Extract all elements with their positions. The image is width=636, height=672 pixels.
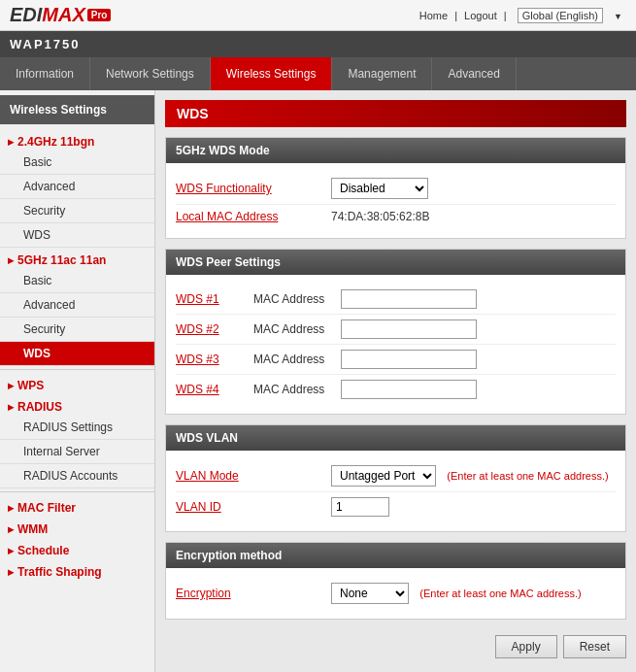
sidebar-divider-2 <box>0 491 154 492</box>
form-row-functionality: WDS Functionality Disabled WDS Only WDS … <box>176 173 616 205</box>
nav-management[interactable]: Management <box>332 57 432 90</box>
functionality-value: Disabled WDS Only WDS Hybrid AP Only <box>331 178 428 199</box>
peer-row-2: WDS #2 MAC Address <box>176 315 616 345</box>
section-wds-vlan-header: WDS VLAN <box>166 425 625 451</box>
wds2-mac-label: MAC Address <box>253 322 341 336</box>
content-area: WDS 5GHz WDS Mode WDS Functionality Disa… <box>155 90 636 672</box>
peer-row-3: WDS #3 MAC Address <box>176 345 616 375</box>
section-encryption-header: Encryption method <box>166 543 625 568</box>
mac-address-label[interactable]: Local MAC Address <box>176 210 331 223</box>
section-wds-peer: WDS Peer Settings WDS #1 MAC Address WDS… <box>165 249 626 415</box>
section-wds-vlan: WDS VLAN VLAN Mode Untagged Port Tagged … <box>165 424 626 532</box>
sidebar-item-radius-settings[interactable]: RADIUS Settings <box>0 416 154 440</box>
mac-address-value: 74:DA:38:05:62:8B <box>331 210 429 223</box>
nav-wireless-settings[interactable]: Wireless Settings <box>211 57 333 90</box>
wds3-label[interactable]: WDS #3 <box>176 353 253 366</box>
form-row-mac: Local MAC Address 74:DA:38:05:62:8B <box>176 205 616 228</box>
vlan-id-input[interactable] <box>331 497 389 517</box>
functionality-select[interactable]: Disabled WDS Only WDS Hybrid AP Only <box>331 178 428 199</box>
wds1-mac-label: MAC Address <box>253 292 341 306</box>
peer-row-1: WDS #1 MAC Address <box>176 285 616 315</box>
wds3-input[interactable] <box>341 350 477 369</box>
logo-text: EDIMAX <box>10 4 85 26</box>
sidebar-item-basic-2g[interactable]: Basic <box>0 151 154 175</box>
model-bar: WAP1750 <box>0 31 636 57</box>
page-title: WDS <box>165 100 626 127</box>
sidebar-group-wmm[interactable]: WMM <box>0 517 154 538</box>
sidebar-divider-1 <box>0 369 154 370</box>
vlan-mode-label[interactable]: VLAN Mode <box>176 469 331 483</box>
sidebar-group-5ghz[interactable]: 5GHz 11ac 11an <box>0 248 154 269</box>
sidebar-item-basic-5g[interactable]: Basic <box>0 269 154 293</box>
vlan-note: (Enter at least one MAC address.) <box>447 470 608 482</box>
sidebar-group-traffic-shaping[interactable]: Traffic Shaping <box>0 559 154 581</box>
section-wds-mode-header: 5GHz WDS Mode <box>166 138 625 163</box>
section-wds-peer-header: WDS Peer Settings <box>166 250 625 275</box>
sidebar-item-security-5g[interactable]: Security <box>0 318 154 342</box>
sidebar-item-internal-server[interactable]: Internal Server <box>0 440 154 464</box>
sidebar-group-wps[interactable]: WPS <box>0 373 154 394</box>
sidebar-group-mac-filter[interactable]: MAC Filter <box>0 495 154 517</box>
reset-button[interactable]: Reset <box>563 635 626 658</box>
sidebar-item-radius-accounts[interactable]: RADIUS Accounts <box>0 464 154 488</box>
logout-link[interactable]: Logout <box>464 10 497 21</box>
apply-button[interactable]: Apply <box>495 635 557 658</box>
logo-pro-badge: Pro <box>87 9 112 21</box>
wds3-mac-label: MAC Address <box>253 353 341 366</box>
sidebar-item-security-2g[interactable]: Security <box>0 199 154 223</box>
sidebar-item-wds-5g[interactable]: WDS <box>0 342 154 366</box>
home-link[interactable]: Home <box>419 10 448 21</box>
sidebar-item-advanced-5g[interactable]: Advanced <box>0 293 154 318</box>
form-row-vlan-id: VLAN ID <box>176 492 616 521</box>
wds1-label[interactable]: WDS #1 <box>176 292 253 306</box>
top-links: Home | Logout | Global (English) ▼ <box>419 8 626 23</box>
logo: EDIMAX Pro <box>10 4 111 26</box>
section-wds-vlan-body: VLAN Mode Untagged Port Tagged Port (Ent… <box>166 451 625 531</box>
encryption-select[interactable]: None WEP TKIP AES <box>331 583 409 604</box>
sidebar: Wireless Settings 2.4GHz 11bgn Basic Adv… <box>0 90 155 672</box>
sidebar-item-advanced-2g[interactable]: Advanced <box>0 175 154 199</box>
section-wds-mode: 5GHz WDS Mode WDS Functionality Disabled… <box>165 137 626 239</box>
section-wds-mode-body: WDS Functionality Disabled WDS Only WDS … <box>166 163 625 238</box>
wds2-label[interactable]: WDS #2 <box>176 322 253 336</box>
sidebar-group-radius[interactable]: RADIUS <box>0 394 154 416</box>
nav-information[interactable]: Information <box>0 57 90 90</box>
vlan-id-label[interactable]: VLAN ID <box>176 500 331 514</box>
top-bar: EDIMAX Pro Home | Logout | Global (Engli… <box>0 0 636 31</box>
form-row-vlan-mode: VLAN Mode Untagged Port Tagged Port (Ent… <box>176 460 616 492</box>
nav-advanced[interactable]: Advanced <box>432 57 516 90</box>
sidebar-group-schedule[interactable]: Schedule <box>0 538 154 559</box>
encryption-label[interactable]: Encryption <box>176 587 331 600</box>
wds1-input[interactable] <box>341 289 477 309</box>
nav-bar: Information Network Settings Wireless Se… <box>0 57 636 90</box>
functionality-label[interactable]: WDS Functionality <box>176 182 331 195</box>
wds2-input[interactable] <box>341 319 477 339</box>
main-layout: Wireless Settings 2.4GHz 11bgn Basic Adv… <box>0 90 636 672</box>
sidebar-group-2ghz[interactable]: 2.4GHz 11bgn <box>0 129 154 151</box>
section-wds-peer-body: WDS #1 MAC Address WDS #2 MAC Address WD… <box>166 275 625 414</box>
wds4-input[interactable] <box>341 380 477 399</box>
lang-dropdown-icon[interactable]: ▼ <box>614 12 622 21</box>
vlan-mode-value: Untagged Port Tagged Port (Enter at leas… <box>331 465 609 487</box>
sidebar-header: Wireless Settings <box>0 95 154 124</box>
wds4-label[interactable]: WDS #4 <box>176 383 253 396</box>
wds4-mac-label: MAC Address <box>253 383 341 396</box>
model-name: WAP1750 <box>10 37 81 51</box>
form-row-encryption: Encryption None WEP TKIP AES (Enter at l… <box>176 578 616 609</box>
vlan-id-value <box>331 497 389 517</box>
nav-network-settings[interactable]: Network Settings <box>90 57 211 90</box>
button-row: Apply Reset <box>165 629 626 664</box>
section-encryption-body: Encryption None WEP TKIP AES (Enter at l… <box>166 568 625 619</box>
encryption-value: None WEP TKIP AES (Enter at least one MA… <box>331 583 582 604</box>
language-select[interactable]: Global (English) <box>518 8 603 23</box>
sidebar-item-wds-2g[interactable]: WDS <box>0 223 154 248</box>
section-encryption: Encryption method Encryption None WEP TK… <box>165 542 626 620</box>
encryption-note: (Enter at least one MAC address.) <box>419 588 581 599</box>
vlan-mode-select[interactable]: Untagged Port Tagged Port <box>331 465 436 487</box>
peer-row-4: WDS #4 MAC Address <box>176 375 616 404</box>
